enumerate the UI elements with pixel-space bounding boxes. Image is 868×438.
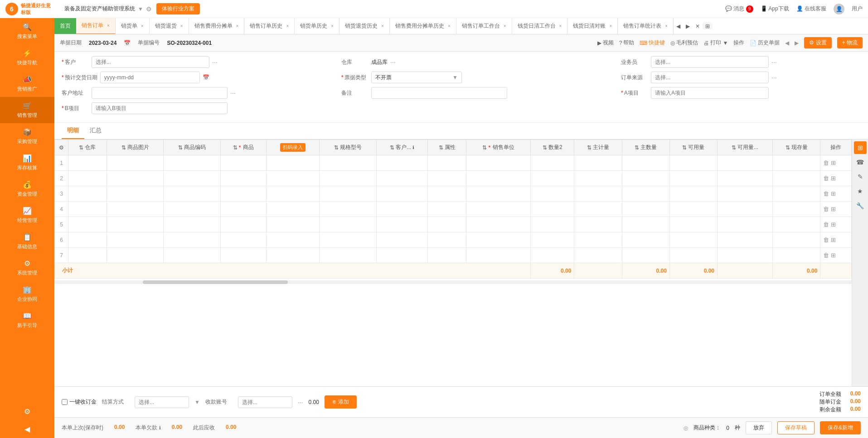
save-draft-button[interactable]: 保存草稿 (777, 421, 815, 434)
copy-row-4-icon[interactable]: ⊞ (831, 206, 836, 212)
scrollbar-thumb[interactable] (143, 280, 288, 284)
bank-ellipsis[interactable]: ··· (298, 399, 303, 406)
a-project-input[interactable] (651, 87, 769, 99)
delete-row-3-icon[interactable]: 🗑 (823, 190, 829, 197)
b-project-input[interactable] (92, 102, 228, 114)
col-settings-header[interactable]: ⚙ (55, 140, 68, 155)
tab-close-sales-return-history[interactable]: × (331, 24, 334, 29)
tab-close-sales-refund[interactable]: × (180, 24, 183, 29)
warehouse-ellipsis[interactable]: ··· (390, 58, 396, 66)
tab-sales-fee[interactable]: 销售费用分摊单 × (189, 18, 245, 34)
customer-input[interactable] (92, 56, 209, 68)
cell-main-unit-3[interactable] (574, 186, 622, 202)
cell-warehouse-2[interactable] (68, 171, 107, 186)
tab-nav-grid[interactable]: ⊞ (703, 23, 713, 29)
right-panel-edit-btn[interactable]: ✎ (854, 170, 867, 183)
discard-button[interactable]: 放弃 (746, 421, 772, 434)
cell-available2-2[interactable] (718, 171, 773, 186)
online-service-btn[interactable]: 👤 在线客服 (796, 5, 826, 13)
cell-code-3[interactable] (164, 186, 221, 202)
add-payment-btn[interactable]: ⊕ 添加 (325, 395, 357, 409)
delete-row-1-icon[interactable]: 🗑 (823, 159, 829, 166)
next-record-btn[interactable]: ▶ (795, 40, 799, 46)
cell-customer-code-1[interactable] (376, 155, 428, 171)
delivery-calendar-icon[interactable]: 📅 (203, 74, 209, 81)
cell-spec-3[interactable] (320, 186, 377, 202)
tab-cash-reconcile[interactable]: 钱货日清对账 × (567, 18, 618, 34)
cell-available2-3[interactable] (718, 186, 773, 202)
cell-available2-1[interactable] (718, 155, 773, 171)
tab-close-sales-return[interactable]: × (141, 24, 144, 29)
shortcut-btn[interactable]: ⌨ 快捷键 (640, 39, 665, 47)
save-new-button[interactable]: 保存&新增 (820, 421, 861, 434)
cell-available-2[interactable] (669, 171, 717, 186)
cell-image-1[interactable] (107, 155, 164, 171)
dropdown-arrow-icon[interactable]: ▼ (138, 6, 143, 12)
cell-image-2[interactable] (107, 171, 164, 186)
copy-row-6-icon[interactable]: ⊞ (831, 236, 836, 243)
address-ellipsis[interactable]: ··· (230, 89, 236, 96)
help-btn[interactable]: ? 帮助 (619, 39, 635, 47)
cell-warehouse-3[interactable] (68, 186, 107, 202)
cell-customer-code-3[interactable] (376, 186, 428, 202)
delete-row-2-icon[interactable]: 🗑 (823, 175, 829, 182)
right-panel-phone-btn[interactable]: ☎ (854, 156, 867, 168)
add-top-btn[interactable]: + 物流 (837, 37, 863, 48)
profit-btn[interactable]: ◎ 毛利预估 (670, 39, 698, 47)
one-key-order-checkbox[interactable] (62, 399, 68, 405)
message-btn[interactable]: 💬 消息 9 (725, 5, 753, 13)
cell-unit-1[interactable] (466, 155, 531, 171)
app-download-btn[interactable]: 📱 App下载 (761, 5, 789, 13)
cell-product-2[interactable] (220, 171, 266, 186)
cell-stock-3[interactable] (773, 186, 820, 202)
right-panel-tool-btn[interactable]: 🔧 (854, 199, 867, 212)
cell-stock-1[interactable] (773, 155, 820, 171)
cell-attribute-2[interactable] (428, 171, 466, 186)
delete-row-6-icon[interactable]: 🗑 (823, 236, 829, 243)
cell-customer-code-2[interactable] (376, 171, 428, 186)
tab-sales-return-history[interactable]: 销货单历史 × (295, 18, 339, 34)
tab-sales-refund[interactable]: 销货退货 × (150, 18, 189, 34)
tab-close-sales-fee[interactable]: × (236, 24, 239, 29)
sidebar-item-guide[interactable]: 📖 新手引导 (0, 307, 54, 333)
tab-sales-return[interactable]: 销货单 × (116, 18, 150, 34)
cell-product-3[interactable] (220, 186, 266, 202)
history-btn[interactable]: 📄 历史单据 (750, 39, 780, 47)
col-settings-icon[interactable]: ⚙ (59, 144, 64, 151)
cell-product-1[interactable] (220, 155, 266, 171)
scan-button[interactable]: 扫码录入 (280, 143, 305, 152)
tab-home[interactable]: 首页 (54, 18, 76, 34)
cell-attribute-3[interactable] (428, 186, 466, 202)
delivery-input[interactable] (100, 72, 200, 83)
sidebar-item-system[interactable]: ⚙ 系统管理 (0, 255, 54, 281)
sidebar-item-purchase[interactable]: 📦 采购管理 (0, 123, 54, 149)
cell-warehouse-4[interactable] (68, 202, 107, 217)
cell-main-unit-2[interactable] (574, 171, 622, 186)
tab-cash-daily[interactable]: 钱货日清工作台 × (512, 18, 568, 34)
cell-spec-1[interactable] (320, 155, 377, 171)
tab-nav-prev[interactable]: ◀ (674, 23, 683, 29)
tab-close-sales-refund-history[interactable]: × (381, 24, 384, 29)
cell-qty2-1[interactable] (531, 155, 574, 171)
delete-row-7-icon[interactable]: 🗑 (823, 252, 829, 259)
settings-icon[interactable]: ⚙ (146, 5, 152, 13)
cell-image-3[interactable] (107, 186, 164, 202)
copy-row-7-icon[interactable]: ⊞ (831, 252, 836, 259)
tab-sales-summary[interactable]: 销售订单统计表 × (618, 18, 674, 34)
sidebar-item-operation[interactable]: 📈 经营管理 (0, 202, 54, 228)
right-panel-grid-btn[interactable]: ⊞ (854, 141, 867, 154)
cell-qty2-2[interactable] (531, 171, 574, 186)
sidebar-collapse-btn[interactable]: ◀ (0, 420, 54, 438)
tab-sales-fee-history[interactable]: 销售费用分摊单历史 × (390, 18, 456, 34)
remarks-input[interactable] (371, 87, 507, 99)
cell-available-1[interactable] (669, 155, 717, 171)
tab-close-sales-workbench[interactable]: × (504, 24, 506, 29)
cell-main-qty-3[interactable] (622, 186, 669, 202)
tab-close-sales-history[interactable]: × (286, 24, 289, 29)
sidebar-item-quick[interactable]: ⚡ 快捷导航 (0, 44, 54, 71)
sidebar-item-marketing[interactable]: 📣 营销推广 (0, 71, 54, 97)
view-btn[interactable]: ▶ 视频 (597, 39, 614, 47)
cell-code-1[interactable] (164, 155, 221, 171)
tab-close-cash-daily[interactable]: × (559, 24, 562, 29)
prev-record-btn[interactable]: ◀ (785, 40, 789, 46)
